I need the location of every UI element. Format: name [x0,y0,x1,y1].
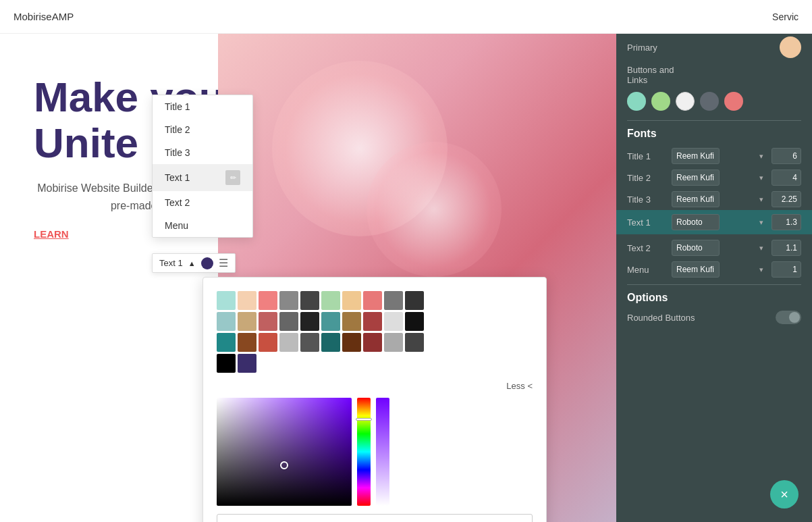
swatch-24[interactable] [279,333,298,352]
gradient-picker[interactable] [217,398,352,506]
swatch-11[interactable] [217,312,236,331]
swatch-5[interactable] [300,291,319,310]
swatch-30[interactable] [405,333,424,352]
font-row-title1: Title 1 Reem Kufi Roboto [627,148,801,164]
font-select-text1[interactable]: Roboto Reem Kufi [672,214,720,230]
dropdown-item-text1[interactable]: Text 1 ✏ [153,164,252,191]
primary-label: Primary [627,43,681,53]
font-row-title3: Title 3 Reem Kufi Roboto [627,191,801,207]
swatch-10[interactable] [405,291,424,310]
swatch-18[interactable] [363,312,382,331]
edit-icon[interactable]: ✏ [225,170,240,185]
options-title: Options [627,292,801,304]
font-size-title1[interactable] [772,148,801,164]
font-selector-bar: Text 1 ▲ ☰ [152,253,236,273]
btn-color-red[interactable] [724,92,743,111]
btn-color-green[interactable] [651,92,670,111]
font-select-menu[interactable]: Reem Kufi Roboto [672,261,720,278]
close-button[interactable]: × [770,480,799,508]
font-row-menu: Menu Reem Kufi Roboto [627,261,801,278]
dropdown-item-title1[interactable]: Title 1 [153,95,252,118]
swatch-16[interactable] [321,312,340,331]
btn-color-white[interactable] [676,92,695,111]
font-select-wrap-title2: Reem Kufi Roboto [672,169,767,186]
opacity-bar[interactable] [376,398,389,506]
btn-links-label: Buttons and Links [627,65,681,85]
rounded-buttons-toggle[interactable] [776,311,801,324]
swatch-19[interactable] [384,312,403,331]
divider-2 [627,284,801,285]
swatch-28[interactable] [363,333,382,352]
font-size-title2[interactable] [772,169,801,186]
swatch-13[interactable] [259,312,277,331]
font-label-text2: Text 2 [627,243,668,253]
swatch-1[interactable] [217,291,236,310]
swatch-9[interactable] [384,291,403,310]
swatch-27[interactable] [342,333,361,352]
swatch-25[interactable] [300,333,319,352]
btn-links-row: Buttons and Links [627,65,801,85]
swatch-6[interactable] [321,291,340,310]
font-row-text2: Text 2 Roboto Reem Kufi [627,240,801,256]
toggle-knob [789,312,800,323]
font-select-wrap-text2: Roboto Reem Kufi [672,240,767,256]
swatch-22[interactable] [238,333,256,352]
color-picker-popup: Less < [202,277,547,522]
hue-bar[interactable] [357,398,371,506]
right-panel: Colors Primary Buttons and Links Fonts T… [616,0,812,522]
swatch-2[interactable] [238,291,256,310]
rounded-buttons-label: Rounded Buttons [627,313,776,323]
btn-color-teal[interactable] [627,92,646,111]
swatch-26[interactable] [321,333,340,352]
btn-color-dark[interactable] [700,92,719,111]
swatch-23[interactable] [259,333,277,352]
font-size-title3[interactable] [772,191,801,207]
color-gradient-area [217,398,533,506]
font-select-wrap-title3: Reem Kufi Roboto [672,191,767,207]
swatch-15[interactable] [300,312,319,331]
align-icon[interactable]: ☰ [219,257,228,269]
swatch-4[interactable] [279,291,298,310]
swatch-20[interactable] [405,312,424,331]
divider-1 [627,120,801,121]
font-selector-label: Text 1 [159,258,183,268]
dropdown-item-title3[interactable]: Title 3 [153,141,252,164]
dropdown-item-title2[interactable]: Title 2 [153,118,252,141]
font-size-text2[interactable] [772,240,801,256]
swatch-17[interactable] [342,312,361,331]
font-select-title1[interactable]: Reem Kufi Roboto [672,148,720,164]
font-select-wrap-menu: Reem Kufi Roboto [672,261,767,278]
swatch-21[interactable] [217,333,236,352]
fonts-title: Fonts [627,128,801,140]
color-circle[interactable] [201,257,213,269]
hex-input[interactable] [217,514,533,522]
font-select-title3[interactable]: Reem Kufi Roboto [672,191,720,207]
font-size-menu[interactable] [772,261,801,278]
font-select-text2[interactable]: Roboto Reem Kufi [672,240,720,256]
font-label-menu: Menu [627,265,668,275]
swatch-14[interactable] [279,312,298,331]
less-button[interactable]: Less < [217,381,533,391]
swatch-7[interactable] [342,291,361,310]
dropdown-item-text2[interactable]: Text 2 [153,191,252,214]
font-size-text1[interactable] [772,214,801,230]
swatch-8[interactable] [363,291,382,310]
gradient-cursor [280,461,288,469]
brand-logo: MobiriseAMP [13,11,74,22]
swatch-32[interactable] [238,354,256,373]
primary-color-swatch[interactable] [780,36,801,58]
font-select-wrap-text1: Roboto Reem Kufi [672,214,767,230]
color-swatches [217,291,533,373]
btn-link-colors [627,92,801,111]
dropdown-item-menu[interactable]: Menu [153,214,252,237]
font-select-title2[interactable]: Reem Kufi Roboto [672,169,720,186]
swatch-3[interactable] [259,291,277,310]
swatch-31[interactable] [217,354,236,373]
opacity-area [376,398,389,506]
font-row-title2: Title 2 Reem Kufi Roboto [627,169,801,186]
font-label-title3: Title 3 [627,194,668,205]
swatch-12[interactable] [238,312,256,331]
hue-cursor [356,418,372,421]
nav-right-text: Servic [772,11,799,22]
swatch-29[interactable] [384,333,403,352]
